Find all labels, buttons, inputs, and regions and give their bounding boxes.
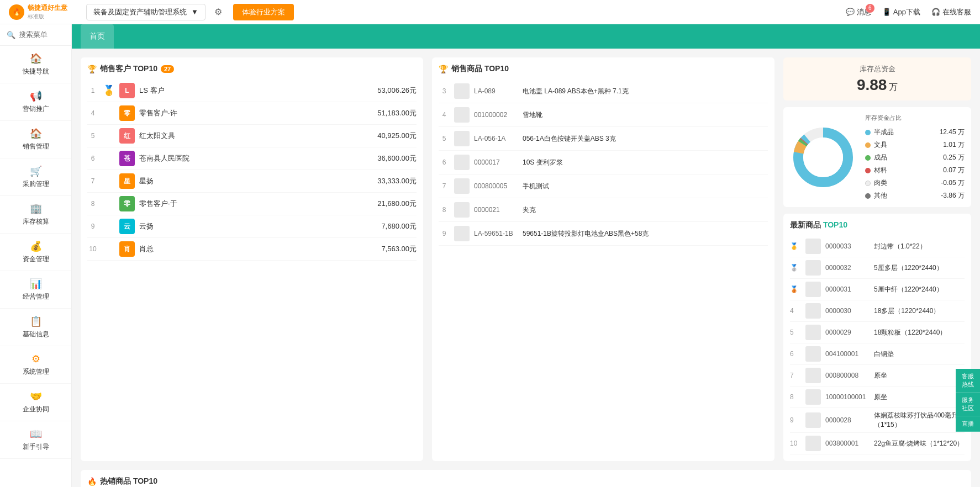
system-icon: ⚙ bbox=[31, 353, 40, 365]
sidebar-item-guide[interactable]: 📖 新手引导 bbox=[0, 421, 71, 459]
sidebar-item-marketing[interactable]: 📢 营销推广 bbox=[0, 83, 71, 121]
messages-button[interactable]: 💬 消息 6 bbox=[846, 7, 871, 17]
latest-products-title: 最新商品 TOP10 bbox=[790, 220, 965, 230]
latest-item: 🥈 0000032 5厘多层（1220*2440） bbox=[790, 257, 965, 279]
sidebar-item-label: 资金管理 bbox=[23, 255, 49, 264]
avatar: 零 bbox=[119, 196, 135, 211]
top-section: 🏆 销售客户 TOP10 27 1 🥇 L LS 客户 53,006.26元 4… bbox=[72, 49, 980, 461]
latest-item: 9 0000028 体娴荔枝味苏打饮品400毫升（1*15） bbox=[790, 408, 965, 433]
logo-text: 畅捷通好生意 标准版 bbox=[28, 3, 67, 20]
product-item: 5 LA-056-1A 056-1A白色按键开关盖ABS 3克 bbox=[439, 127, 768, 151]
latest-item: 4 0000030 18多层（1220*2440） bbox=[790, 300, 965, 322]
phone-icon: 📱 bbox=[882, 8, 891, 16]
hot-products-title: 🔥 热销商品 TOP10 bbox=[87, 477, 965, 486]
online-service-button[interactable]: 🎧 在线客服 bbox=[931, 7, 971, 17]
legend-color-dot bbox=[865, 181, 871, 186]
product-thumbnail bbox=[805, 436, 821, 451]
legend-color-dot bbox=[865, 168, 871, 173]
trial-button[interactable]: 体验行业方案 bbox=[233, 4, 294, 20]
legend-item: 成品 0.25 万 bbox=[865, 153, 965, 162]
top-bar: 🔥 畅捷通好生意 标准版 装备及固定资产辅助管理系统 ▼ ⚙ 体验行业方案 💬 … bbox=[0, 0, 980, 24]
sidebar-item-label: 销售管理 bbox=[23, 142, 49, 151]
service-icon: 🎧 bbox=[931, 8, 940, 16]
list-item: 7 🥇 星 星扬 33,333.00元 bbox=[87, 170, 417, 193]
product-thumbnail bbox=[805, 260, 821, 276]
sidebar-item-operation[interactable]: 📊 经营管理 bbox=[0, 271, 71, 309]
latest-item: 6 004100001 白钢垫 bbox=[790, 343, 965, 365]
product-thumbnail bbox=[454, 107, 470, 123]
product-item: 4 001000002 雪地靴 bbox=[439, 103, 768, 127]
basic-icon: 📋 bbox=[30, 315, 42, 327]
sidebar-item-inventory[interactable]: 🏢 库存核算 bbox=[0, 196, 71, 234]
logo-area: 🔥 畅捷通好生意 标准版 bbox=[9, 3, 81, 20]
legend-item: 文具 1.01 万 bbox=[865, 140, 965, 150]
list-item: 9 🥇 云 云扬 7,680.00元 bbox=[87, 215, 417, 238]
avatar: 零 bbox=[119, 105, 135, 121]
marketing-icon: 📢 bbox=[30, 90, 42, 102]
community-button[interactable]: 服务社区 bbox=[956, 393, 980, 416]
product-item: 8 0000021 夹克 bbox=[439, 198, 768, 222]
product-thumbnail bbox=[805, 412, 821, 428]
system-selector[interactable]: 装备及固定资产辅助管理系统 ▼ bbox=[86, 4, 206, 20]
avatar: 云 bbox=[119, 219, 135, 234]
product-thumbnail bbox=[454, 178, 470, 194]
legend-item: 半成品 12.45 万 bbox=[865, 128, 965, 137]
medal-gold-icon: 🥇 bbox=[103, 84, 115, 97]
list-item: 1 🥇 L LS 客户 53,006.26元 bbox=[87, 80, 417, 102]
message-icon: 💬 bbox=[846, 8, 855, 16]
sidebar-item-label: 系统管理 bbox=[23, 367, 49, 377]
list-item: 5 🥇 红 红太阳文具 40,925.00元 bbox=[87, 125, 417, 147]
main-layout: 🔍 搜索菜单 🏠 快捷导航 📢 营销推广 🏠 销售管理 🛒 采购管理 🏢 库存核… bbox=[0, 24, 980, 487]
sidebar-item-system[interactable]: ⚙ 系统管理 bbox=[0, 346, 71, 384]
avatar: 星 bbox=[119, 173, 135, 189]
product-thumbnail bbox=[454, 226, 470, 241]
product-thumbnail bbox=[805, 282, 821, 297]
legend-item: 其他 -3.86 万 bbox=[865, 191, 965, 200]
legend-color-dot bbox=[865, 142, 871, 148]
latest-item: 8 10000100001 原坐 bbox=[790, 387, 965, 408]
list-item: 10 🥇 肖 肖总 7,563.00元 bbox=[87, 238, 417, 261]
sidebar: 🔍 搜索菜单 🏠 快捷导航 📢 营销推广 🏠 销售管理 🛒 采购管理 🏢 库存核… bbox=[0, 24, 72, 487]
search-menu-item[interactable]: 🔍 搜索菜单 bbox=[0, 24, 71, 46]
avatar: 红 bbox=[119, 128, 135, 144]
guide-icon: 📖 bbox=[30, 428, 42, 440]
sidebar-item-sales[interactable]: 🏠 销售管理 bbox=[0, 121, 71, 158]
sidebar-item-label: 库存核算 bbox=[23, 217, 49, 226]
float-buttons: 客服热线 服务社区 直播 bbox=[956, 369, 980, 432]
sidebar-item-finance[interactable]: 💰 资金管理 bbox=[0, 234, 71, 271]
product-thumbnail bbox=[805, 389, 821, 405]
legend-item: 肉类 -0.05 万 bbox=[865, 178, 965, 188]
avatar: 肖 bbox=[119, 241, 135, 257]
svg-point-5 bbox=[803, 137, 843, 177]
app-download-button[interactable]: 📱 App下载 bbox=[882, 7, 920, 17]
latest-item: 10 003800001 22g鱼豆腐·烧烤味（1*12*20） bbox=[790, 433, 965, 454]
trophy-icon: 🏆 bbox=[439, 65, 448, 73]
sales-product-title: 🏆 销售商品 TOP10 bbox=[439, 64, 768, 74]
inventory-chart-card: 库存资金占比 半成品 12.45 万 文具 1.01 万 bbox=[783, 107, 971, 207]
legend-color-dot bbox=[865, 130, 871, 135]
dropdown-icon: ▼ bbox=[191, 8, 198, 16]
home-tab[interactable]: 首页 bbox=[81, 24, 114, 49]
product-thumbnail bbox=[454, 83, 470, 99]
legend-label: 库存资金占比 bbox=[865, 114, 965, 122]
product-thumbnail bbox=[454, 155, 470, 170]
sales-customer-card: 🏆 销售客户 TOP10 27 1 🥇 L LS 客户 53,006.26元 4… bbox=[81, 57, 423, 461]
latest-item: 🥉 0000031 5厘中纤（1220*2440） bbox=[790, 279, 965, 300]
customer-service-button[interactable]: 客服热线 bbox=[956, 369, 980, 393]
sidebar-item-cooperation[interactable]: 🤝 企业协同 bbox=[0, 384, 71, 421]
sidebar-item-quick-nav[interactable]: 🏠 快捷导航 bbox=[0, 46, 71, 83]
product-thumbnail bbox=[805, 239, 821, 254]
product-thumbnail bbox=[454, 202, 470, 218]
trophy-icon: 🏆 bbox=[87, 65, 97, 73]
sidebar-item-label: 营销推广 bbox=[23, 104, 49, 114]
sales-icon: 🏠 bbox=[30, 128, 42, 140]
legend-item: 材料 0.07 万 bbox=[865, 166, 965, 175]
sidebar-item-basic[interactable]: 📋 基础信息 bbox=[0, 309, 71, 346]
sidebar-item-purchase[interactable]: 🛒 采购管理 bbox=[0, 158, 71, 196]
settings-button[interactable]: ⚙ bbox=[210, 4, 226, 20]
home-icon: 🏠 bbox=[30, 52, 42, 65]
search-menu-label: 搜索菜单 bbox=[19, 30, 48, 40]
product-thumbnail bbox=[805, 303, 821, 319]
sidebar-item-label: 采购管理 bbox=[23, 179, 49, 189]
live-button[interactable]: 直播 bbox=[956, 416, 980, 432]
